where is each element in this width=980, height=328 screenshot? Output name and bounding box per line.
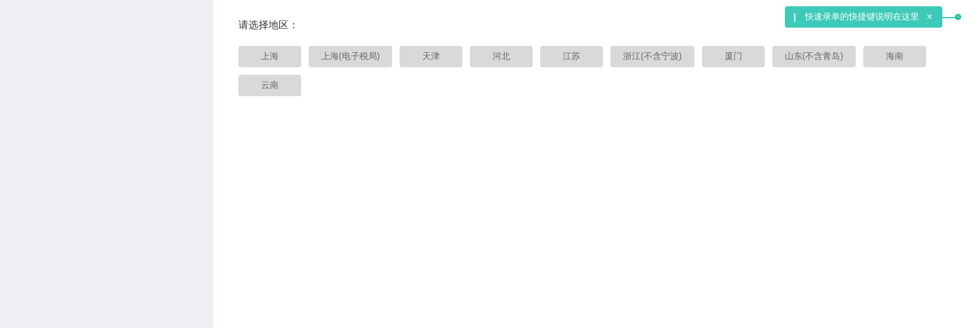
region-button-shandong[interactable]: 山东(不含青岛) (772, 46, 856, 67)
sidebar (0, 0, 213, 328)
region-button-hebei[interactable]: 河北 (470, 46, 533, 67)
region-button-hainan[interactable]: 海南 (863, 46, 926, 67)
main-content: 请选择地区： 上海上海(电子税局)天津河北江苏浙江(不含宁波)厦门山东(不含青岛… (213, 0, 980, 328)
region-button-jiangsu[interactable]: 江苏 (540, 46, 603, 67)
tooltip-dot (955, 14, 961, 20)
tooltip-text: 快速录单的快捷键说明在这里 (805, 11, 919, 23)
region-button-tianjin[interactable]: 天津 (400, 46, 462, 67)
region-buttons-container: 上海上海(电子税局)天津河北江苏浙江(不含宁波)厦门山东(不含青岛)海南云南 (238, 46, 955, 96)
region-button-shanghai[interactable]: 上海 (238, 46, 301, 67)
region-button-zhejiang[interactable]: 浙江(不含宁波) (610, 46, 694, 67)
region-button-shanghai-etax[interactable]: 上海(电子税局) (309, 46, 392, 67)
tooltip-banner: 快速录单的快捷键说明在这里 × (785, 6, 942, 28)
tooltip-close-button[interactable]: × (925, 12, 934, 22)
region-button-yunnan[interactable]: 云南 (238, 75, 301, 96)
region-button-xiamen[interactable]: 厦门 (702, 46, 765, 67)
